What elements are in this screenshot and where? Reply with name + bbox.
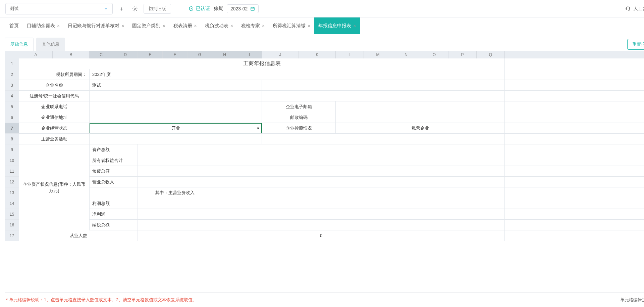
period-label[interactable]: 税款所属期间： <box>19 69 90 80</box>
row-header[interactable]: 16 <box>5 220 19 230</box>
close-icon[interactable]: × <box>262 23 265 29</box>
cell-value[interactable] <box>90 112 262 123</box>
row-header[interactable]: 1 <box>5 58 19 69</box>
col-header[interactable]: G <box>187 51 212 58</box>
cell-value[interactable] <box>90 134 262 144</box>
row-header[interactable]: 10 <box>5 155 19 166</box>
col-header[interactable]: H <box>212 51 237 58</box>
row-header[interactable]: 8 <box>5 134 19 144</box>
row-label[interactable]: 企业经营状态 <box>19 123 90 133</box>
row-header[interactable]: 11 <box>5 166 19 176</box>
select-all-corner[interactable] <box>5 51 19 58</box>
grid-body[interactable]: 1工商年报信息表2税款所属期间：2022年度3企业名称测试4注册号/统一社会信用… <box>5 58 644 286</box>
tab[interactable]: 税检专家× <box>237 17 269 34</box>
tab[interactable]: 所得税汇算清缴× <box>269 17 314 34</box>
close-icon[interactable]: × <box>308 23 310 29</box>
row-header[interactable]: 12 <box>5 177 19 187</box>
metric-label[interactable]: 所有者权益合计 <box>90 155 138 166</box>
row-header[interactable]: 6 <box>5 112 19 123</box>
cell[interactable] <box>212 187 505 198</box>
row-header[interactable]: 7 <box>5 123 19 133</box>
col-header[interactable]: Q <box>477 51 505 58</box>
row-header[interactable]: 3 <box>5 80 19 90</box>
col-header[interactable]: I <box>237 51 262 58</box>
row-label[interactable]: 从业人数 <box>19 230 138 241</box>
row-label[interactable]: 主营业务活动 <box>19 134 90 144</box>
cell[interactable] <box>138 155 505 166</box>
metric-label[interactable]: 负债总额 <box>90 166 138 176</box>
row-label[interactable]: 企业通信地址 <box>19 112 90 123</box>
row-header[interactable]: 14 <box>5 198 19 209</box>
col-header[interactable]: B <box>53 51 90 58</box>
cell[interactable] <box>262 134 505 144</box>
cell[interactable] <box>138 177 505 187</box>
period-picker[interactable]: 2023-02 <box>227 4 259 13</box>
row-header[interactable]: 2 <box>5 69 19 80</box>
close-icon[interactable]: × <box>230 23 233 29</box>
period-value[interactable]: 2022年度 <box>90 69 505 80</box>
cell-value2[interactable]: 私营企业 <box>336 123 505 133</box>
row-header[interactable]: 17 <box>5 230 19 241</box>
switch-old-button[interactable]: 切到旧版 <box>144 4 171 14</box>
row-header[interactable]: 4 <box>5 91 19 101</box>
spreadsheet[interactable]: ABCDEFGHIJKLMNOPQ 1工商年报信息表2税款所属期间：2022年度… <box>5 51 644 293</box>
cell[interactable] <box>138 166 505 176</box>
row-label2[interactable]: 企业电子邮箱 <box>262 101 336 112</box>
gear-icon[interactable] <box>130 4 140 13</box>
cell-value2[interactable] <box>336 112 505 123</box>
cell[interactable] <box>138 198 505 209</box>
col-header[interactable]: E <box>138 51 163 58</box>
close-icon[interactable]: × <box>57 23 60 29</box>
cell-value[interactable] <box>90 91 262 101</box>
status-dropdown[interactable]: 开业▼ <box>90 123 262 133</box>
company-select[interactable]: 测试 <box>5 3 113 14</box>
close-icon[interactable]: × <box>162 23 165 29</box>
col-header[interactable]: J <box>262 51 299 58</box>
row-label[interactable]: 注册号/统一社会信用代码 <box>19 91 90 101</box>
sub-metric[interactable]: 其中：主营业务收入 <box>138 187 212 198</box>
row-label2[interactable]: 邮政编码 <box>262 112 336 123</box>
close-icon[interactable]: × <box>353 23 356 29</box>
col-header[interactable]: N <box>392 51 420 58</box>
row-header[interactable]: 5 <box>5 101 19 112</box>
tab[interactable]: 年报信息申报表× <box>314 17 360 34</box>
cell[interactable] <box>262 91 505 101</box>
plus-icon[interactable]: ＋ <box>117 4 126 13</box>
tab[interactable]: 首页 <box>5 17 23 34</box>
col-header[interactable]: O <box>420 51 448 58</box>
close-icon[interactable]: × <box>194 23 197 29</box>
cell[interactable] <box>138 220 505 230</box>
metric-label[interactable]: 利润总额 <box>90 198 138 209</box>
col-header[interactable]: F <box>163 51 187 58</box>
row-label[interactable]: 企业联系电话 <box>19 101 90 112</box>
subtab-basic[interactable]: 基础信息 <box>5 38 34 51</box>
cell-value[interactable]: 0 <box>138 230 505 241</box>
close-icon[interactable]: × <box>121 23 124 29</box>
col-header[interactable]: A <box>19 51 53 58</box>
cell[interactable] <box>90 187 138 198</box>
tab[interactable]: 税表清册× <box>169 17 201 34</box>
reset-button[interactable]: 重置报表 <box>627 39 644 50</box>
row-label[interactable]: 企业名称 <box>19 80 90 90</box>
col-header[interactable]: D <box>113 51 138 58</box>
tab[interactable]: 目辅助余额表× <box>23 17 64 34</box>
metric-label[interactable]: 资产总额 <box>90 144 138 155</box>
subtab-other[interactable]: 其他信息 <box>36 38 65 51</box>
row-header[interactable]: 9 <box>5 144 19 155</box>
metric-label[interactable]: 纳税总额 <box>90 220 138 230</box>
row-label2[interactable]: 企业控股情况 <box>262 123 336 133</box>
cell-value[interactable] <box>90 101 262 112</box>
h-scrollbar[interactable] <box>5 286 644 293</box>
tab[interactable]: 日记账与银行对账单核对× <box>64 17 128 34</box>
metric-label[interactable]: 净利润 <box>90 209 138 219</box>
row-header[interactable]: 15 <box>5 209 19 219</box>
metric-label[interactable]: 营业总收入 <box>90 177 138 187</box>
consult-link[interactable]: 人工咨询 <box>625 6 644 12</box>
cell[interactable] <box>138 144 505 155</box>
col-header[interactable]: K <box>299 51 336 58</box>
col-header[interactable]: L <box>336 51 364 58</box>
row-header[interactable]: 13 <box>5 187 19 198</box>
col-header[interactable]: M <box>364 51 392 58</box>
tab[interactable]: 固定资产类别× <box>128 17 169 34</box>
cell[interactable] <box>262 80 505 90</box>
